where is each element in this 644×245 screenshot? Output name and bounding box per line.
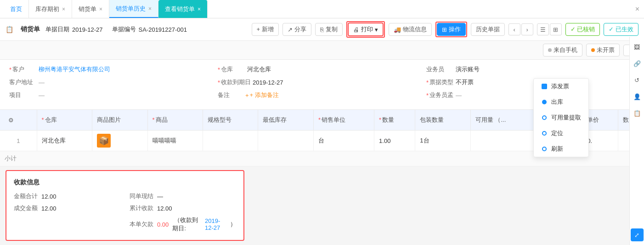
row-warehouse: 河北仓库 [37, 131, 92, 151]
right-sidebar: 🖼 🔗 ↺ 👤 📋 ⤢ [629, 37, 644, 245]
tab-sales-history-close[interactable]: × [148, 6, 152, 12]
row-package: 1台 [415, 131, 470, 151]
available-extract-item[interactable]: 可用量提取 [534, 110, 588, 125]
check-icon: ✓ [571, 26, 576, 33]
col-image: 商品图片 [92, 110, 147, 131]
col-package: 包装数量 [415, 110, 470, 131]
refresh-icon [541, 146, 548, 152]
effective-status-btn[interactable]: ✓ 已生效 [604, 23, 638, 36]
payment-section: 收款信息 金额合计 12.00 同单现结 — 成交金额 12.00 累计收款 1… [6, 170, 244, 241]
operate-dropdown: 添发票 出库 可用量提取 定位 刷新 [533, 78, 589, 157]
add-invoice-item[interactable]: 添发票 [534, 79, 588, 94]
doc-icon: 📋 [6, 26, 13, 33]
row-product: 嘻嘻嘻嘻 [147, 131, 203, 151]
list-view-btn[interactable]: ☰ [537, 23, 549, 35]
sidebar-undo-icon[interactable]: ↺ [631, 74, 644, 86]
grid-view-btn[interactable]: ⊞ [550, 23, 562, 35]
amount-value: 12.00 [41, 193, 56, 200]
tab-view-sales-close[interactable]: × [198, 6, 201, 12]
print-button[interactable]: 🖨 打印 ▾ [348, 23, 384, 36]
sidebar-expand-icon[interactable]: ⤢ [631, 228, 644, 241]
add-button[interactable]: + 新增 [252, 23, 279, 36]
warehouse-label: 仓库 [218, 65, 245, 74]
customer-value[interactable]: 柳州粤港平安气体有限公司 [39, 65, 110, 74]
sales-field: 业务员孟 — [426, 91, 635, 99]
share-button[interactable]: ↗ 分享 [282, 23, 311, 36]
mobile-dot [548, 48, 552, 52]
invoice-icon [541, 83, 548, 90]
sidebar-image-icon[interactable]: 🖼 [631, 40, 644, 53]
col-min-stock: 最低库存 [258, 110, 313, 131]
history-button[interactable]: 历史单据 [471, 23, 505, 36]
unopened-btn[interactable]: 未开票 [586, 44, 620, 57]
refresh-item[interactable]: 刷新 [534, 141, 588, 157]
locate-item[interactable]: 定位 [534, 125, 588, 141]
col-settings[interactable]: ⚙ [0, 110, 37, 131]
sidebar-doc-icon[interactable]: 📋 [631, 107, 644, 120]
tab-sales[interactable]: 销货单 × [72, 0, 109, 18]
payment-title: 收款信息 [14, 178, 236, 187]
warehouse-field: 仓库 河北仓库 [218, 65, 426, 74]
address-value: — [39, 79, 45, 86]
cumulative-value: 12.00 [157, 205, 172, 212]
settings-icon[interactable]: ⚙ [5, 114, 17, 126]
next-button[interactable]: › [521, 23, 533, 35]
amount-item: 金额合计 12.00 [14, 192, 120, 200]
ticket-field: 票据类型 不开票 [426, 78, 635, 86]
main-content: 📋 销货单 单据日期 2019-12-27 单据编号 SA-20191227-0… [0, 18, 644, 245]
row-quantity: 1.00 [374, 131, 415, 151]
toolbar-actions: + 新增 ↗ 分享 ⎘ 复制 🖨 打印 ▾ 🚚 物流信息 [252, 21, 638, 38]
outbound-label: 出库 [551, 98, 563, 106]
tab-bar-close-btn[interactable]: × [635, 5, 639, 13]
tab-inventory-close[interactable]: × [62, 6, 65, 12]
due-date-field: 收款到期日 2019-12-27 [218, 78, 426, 86]
copy-icon: ⎘ [320, 26, 324, 33]
project-label: 项目 [9, 91, 37, 99]
print-dropdown-arrow: ▾ [375, 26, 378, 33]
due-value: 0.00 [157, 221, 169, 228]
tab-home[interactable]: 首页 [4, 0, 29, 18]
address-field: 客户地址 — [9, 78, 218, 86]
transaction-label: 成交金额 [14, 204, 38, 212]
add-note-button[interactable]: + + 添加备注 [245, 91, 279, 99]
copy-button[interactable]: ⎘ 复制 [315, 23, 343, 36]
sidebar-link-icon[interactable]: 🔗 [631, 57, 644, 70]
logistics-button[interactable]: 🚚 物流信息 [389, 23, 432, 36]
locate-icon [541, 130, 548, 137]
print-highlight-box: 🖨 打印 ▾ [346, 21, 385, 38]
unopened-dot [591, 48, 595, 52]
due-date-label: 收款到期日 [218, 78, 251, 86]
cumulative-label: 累计收款 [130, 204, 153, 212]
amount-label: 金额合计 [14, 192, 38, 200]
refresh-label: 刷新 [551, 145, 563, 153]
due-item: 本单欠款 0.00 （收款到期日: 2019-12-27 ） [130, 216, 236, 233]
col-unit: 销售单位 [313, 110, 374, 131]
plus-icon: + [245, 92, 249, 99]
same-order-value: — [157, 193, 163, 200]
transaction-value: 12.00 [41, 205, 56, 212]
doc-date-field: 单据日期 2019-12-27 [45, 25, 103, 34]
available-extract-label: 可用量提取 [551, 114, 581, 122]
due-note-end: ） [230, 220, 236, 228]
sold-status-btn[interactable]: ✓ 已核销 [565, 23, 600, 36]
row-spec [203, 131, 258, 151]
tab-sales-close[interactable]: × [99, 6, 102, 12]
product-image: 📦 [97, 134, 111, 148]
doc-toolbar: 📋 销货单 单据日期 2019-12-27 单据编号 SA-20191227-0… [0, 18, 644, 41]
sidebar-user-icon[interactable]: 👤 [631, 90, 644, 103]
mobile-btn[interactable]: 来自手机 [543, 44, 582, 57]
ticket-label: 票据类型 [426, 78, 454, 86]
row-unit: 台 [313, 131, 374, 151]
nav-arrows: ‹ › [508, 23, 533, 35]
sales-value: — [456, 92, 462, 99]
tab-view-sales[interactable]: 查看销货单 × [158, 0, 208, 18]
customer-field: 客户 柳州粤港平安气体有限公司 [9, 65, 218, 74]
operate-button[interactable]: ⊞ 操作 [437, 23, 466, 36]
prev-button[interactable]: ‹ [508, 23, 520, 35]
outbound-item[interactable]: 出库 [534, 94, 588, 110]
tab-inventory[interactable]: 库存期初 × [29, 0, 72, 18]
operate-highlight-box: ⊞ 操作 [435, 22, 467, 37]
project-field: 项目 — [9, 91, 218, 99]
col-available: 可用量 （... [470, 110, 537, 131]
tab-sales-history[interactable]: 销货单历史 × [109, 0, 158, 18]
